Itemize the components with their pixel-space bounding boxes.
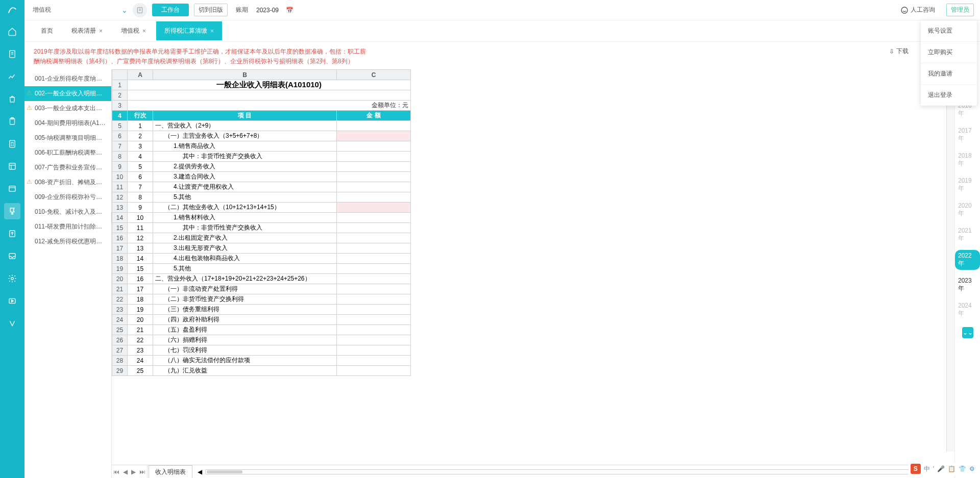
form-list-item[interactable]: 005-纳税调整项目明细表(A1... xyxy=(24,131,111,145)
nav-chart-icon[interactable] xyxy=(4,68,20,85)
form-list-item[interactable]: ⚠003-一般企业成本支出明细... xyxy=(24,101,111,116)
item-cell[interactable]: 2.出租固定资产收入 xyxy=(153,233,337,243)
nav-doc-icon[interactable] xyxy=(4,46,20,62)
row-header[interactable]: 24 xyxy=(112,315,128,325)
amount-cell[interactable] xyxy=(337,152,411,162)
amount-cell[interactable] xyxy=(337,274,411,284)
row-header[interactable]: 5 xyxy=(112,121,128,131)
vertical-scrollbar[interactable] xyxy=(946,79,954,451)
amount-cell[interactable] xyxy=(337,172,411,182)
form-list-item[interactable]: ⚠002-一般企业收入明细表(A1... xyxy=(24,86,111,101)
row-header[interactable]: 25 xyxy=(112,325,128,335)
close-icon[interactable]: × xyxy=(99,28,103,35)
item-cell[interactable]: 4.让渡资产使用权收入 xyxy=(153,182,337,192)
year-item[interactable]: 2022年 xyxy=(955,250,980,270)
calendar-icon[interactable]: 📅 xyxy=(286,7,293,14)
row-header[interactable]: 23 xyxy=(112,305,128,315)
row-header[interactable]: 17 xyxy=(112,243,128,254)
amount-cell[interactable] xyxy=(337,305,411,315)
amount-cell[interactable] xyxy=(337,131,411,141)
item-cell[interactable]: （四）政府补助利得 xyxy=(153,315,337,325)
year-item[interactable]: 2019年 xyxy=(955,175,980,195)
item-cell[interactable]: （七）罚没利得 xyxy=(153,345,337,356)
form-list-item[interactable]: 004-期间费用明细表(A1040... xyxy=(24,116,111,131)
item-cell[interactable]: （五）盘盈利得 xyxy=(153,325,337,335)
tab-vat[interactable]: 增值税× xyxy=(113,21,154,40)
horizontal-scrollbar[interactable]: ◀ ▶ xyxy=(192,468,954,475)
item-cell[interactable]: （一）非流动资产处置利得 xyxy=(153,284,337,294)
row-header[interactable]: 7 xyxy=(112,141,128,152)
row-header[interactable]: 28 xyxy=(112,356,128,366)
form-list-item[interactable]: 001-企业所得税年度纳税申... xyxy=(24,71,111,86)
row-header[interactable]: 12 xyxy=(112,192,128,203)
tab-home[interactable]: 首页 xyxy=(33,21,61,40)
column-header[interactable]: A xyxy=(128,70,153,80)
sheet-tab[interactable]: 收入明细表 xyxy=(149,465,192,479)
item-cell[interactable]: （三）债务重组利得 xyxy=(153,305,337,315)
row-header[interactable]: 2 xyxy=(112,90,128,100)
menu-logout[interactable]: 退出登录 xyxy=(921,85,977,106)
nav-tax-icon[interactable] xyxy=(4,203,20,219)
sheet-prev-icon[interactable]: ◀ xyxy=(123,468,128,475)
row-header[interactable]: 9 xyxy=(112,162,128,172)
item-cell[interactable]: 4.出租包装物和商品收入 xyxy=(153,254,337,264)
nav-home-icon[interactable] xyxy=(4,23,20,40)
sheet-first-icon[interactable]: ⏮ xyxy=(113,468,119,475)
tab-income-tax[interactable]: 所得税汇算清缴× xyxy=(156,21,222,40)
ime-settings-icon[interactable]: ⚙ xyxy=(969,465,975,472)
row-header[interactable]: 14 xyxy=(112,213,128,223)
amount-cell[interactable] xyxy=(337,315,411,325)
year-item[interactable]: 2017年 xyxy=(955,125,980,145)
sheet-next-icon[interactable]: ▶ xyxy=(131,468,136,475)
amount-cell[interactable] xyxy=(337,294,411,305)
item-cell[interactable]: （二）其他业务收入（10+12+13+14+15） xyxy=(153,203,337,213)
form-list-item[interactable]: 009-企业所得税弥补亏损明... xyxy=(24,190,111,205)
row-header[interactable]: 3 xyxy=(112,100,128,111)
item-cell[interactable]: 其中：非货币性资产交换收入 xyxy=(153,223,337,233)
ime-item[interactable]: 中 xyxy=(924,465,930,473)
column-header[interactable]: C xyxy=(337,70,411,80)
project-selector[interactable]: 增值税 ⌄ xyxy=(31,6,128,14)
nav-clipboard-icon[interactable] xyxy=(4,113,20,130)
nav-template-icon[interactable] xyxy=(4,158,20,174)
amount-cell[interactable] xyxy=(337,325,411,335)
item-cell[interactable]: 3.出租无形资产收入 xyxy=(153,243,337,254)
close-icon[interactable]: × xyxy=(142,28,146,35)
item-cell[interactable]: （一）主营业务收入（3+5+6+7+8） xyxy=(153,131,337,141)
download-button[interactable]: ⇩ 下载 xyxy=(889,47,909,56)
row-header[interactable]: 18 xyxy=(112,254,128,264)
menu-account-settings[interactable]: 账号设置 xyxy=(921,20,977,42)
amount-cell[interactable] xyxy=(337,233,411,243)
menu-invitations[interactable]: 我的邀请 xyxy=(921,63,977,85)
row-header[interactable]: 16 xyxy=(112,233,128,243)
history-button[interactable] xyxy=(133,3,147,17)
year-item[interactable]: 2020年 xyxy=(955,200,980,220)
row-header[interactable]: 4 xyxy=(112,111,128,121)
item-cell[interactable]: 1.销售商品收入 xyxy=(153,141,337,152)
amount-cell[interactable] xyxy=(337,366,411,376)
year-more-icon[interactable]: ⌄⌄ xyxy=(962,327,973,338)
amount-cell[interactable] xyxy=(337,243,411,254)
tab-tax-list[interactable]: 税表清册× xyxy=(63,21,111,40)
item-cell[interactable]: （二）非货币性资产交换利得 xyxy=(153,294,337,305)
amount-cell[interactable] xyxy=(337,254,411,264)
period-value[interactable]: 2023-09 xyxy=(256,7,279,14)
amount-cell[interactable] xyxy=(337,203,411,213)
year-item[interactable]: 2021年 xyxy=(955,225,980,245)
ime-brand-icon[interactable]: S xyxy=(911,464,921,474)
row-header[interactable]: 22 xyxy=(112,294,128,305)
amount-cell[interactable] xyxy=(337,182,411,192)
nav-export-icon[interactable] xyxy=(4,225,20,242)
year-item[interactable]: 2023年 xyxy=(955,275,980,295)
ime-item[interactable]: ' xyxy=(933,465,934,472)
row-header[interactable]: 19 xyxy=(112,264,128,274)
amount-cell[interactable] xyxy=(337,121,411,131)
row-header[interactable]: 6 xyxy=(112,131,128,141)
item-cell[interactable]: 二、营业外收入（17+18+19+20+21+22+23+24+25+26） xyxy=(153,274,337,284)
item-cell[interactable]: 5.其他 xyxy=(153,264,337,274)
row-header[interactable]: 21 xyxy=(112,284,128,294)
switch-old-button[interactable]: 切到旧版 xyxy=(194,4,228,16)
nav-window-icon[interactable] xyxy=(4,181,20,197)
amount-cell[interactable] xyxy=(337,223,411,233)
item-cell[interactable]: 一、营业收入（2+9） xyxy=(153,121,337,131)
